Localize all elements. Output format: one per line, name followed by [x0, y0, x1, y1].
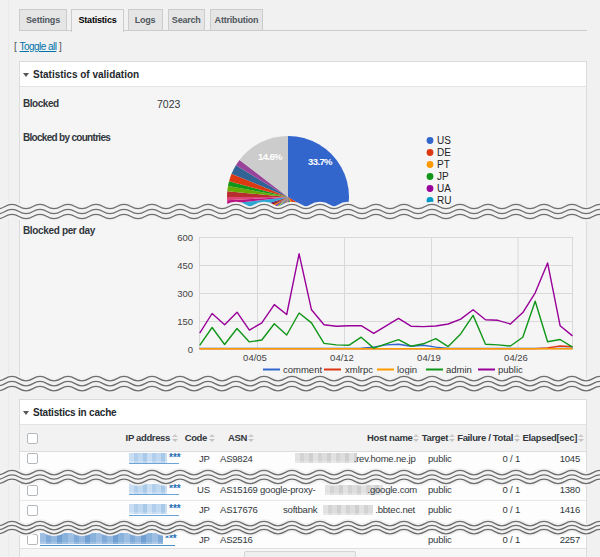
- svg-text:0: 0: [188, 344, 193, 355]
- svg-text:450: 450: [177, 260, 193, 271]
- svg-text:600: 600: [177, 232, 193, 243]
- svg-text:04/12: 04/12: [330, 352, 354, 363]
- svg-text:300: 300: [177, 288, 193, 299]
- svg-text:150: 150: [177, 316, 193, 327]
- svg-text:04/05: 04/05: [243, 352, 267, 363]
- svg-text:04/26: 04/26: [504, 352, 528, 363]
- svg-text:04/19: 04/19: [417, 352, 441, 363]
